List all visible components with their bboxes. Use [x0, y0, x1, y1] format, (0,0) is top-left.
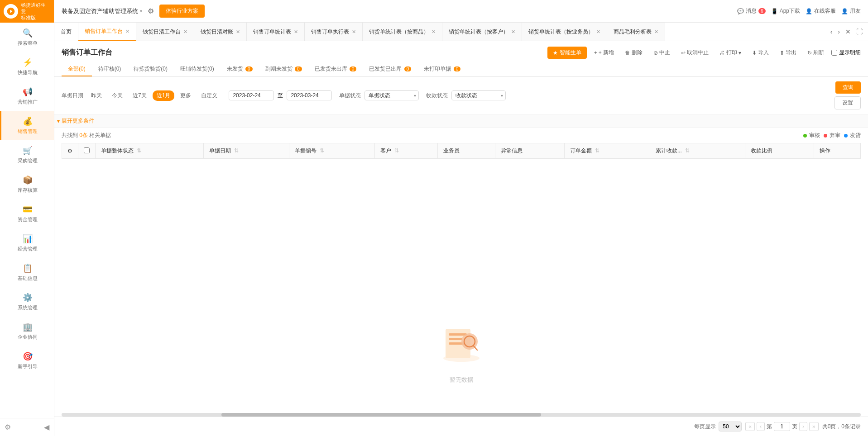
import-icon: ⬇	[752, 50, 757, 56]
import-button[interactable]: ⬇ 导入	[748, 47, 772, 58]
sidebar-item-search[interactable]: 🔍 搜索菜单	[0, 23, 54, 52]
filter-tab-pending-inspect[interactable]: 待拣货验货(0)	[127, 62, 174, 76]
date-to-input[interactable]	[287, 90, 332, 100]
filter-tab-shipped-in[interactable]: 已发货已出库 0	[363, 62, 417, 76]
page-next-btn[interactable]: ›	[799, 422, 807, 431]
filter-tab-not-shipped[interactable]: 未发货 0	[221, 62, 259, 76]
tab-product-margin-close[interactable]: ✕	[654, 29, 658, 35]
expand-conditions-btn[interactable]: ▾ 展开更多条件	[57, 117, 865, 125]
tab-cash-reconcile[interactable]: 钱货日清对账 ✕	[194, 23, 247, 41]
sort-number-icon[interactable]: ⇅	[320, 147, 324, 154]
filter-tab-shipped-not-in[interactable]: 已发货未出库 0	[308, 62, 363, 76]
cancel-stop-button[interactable]: ↩ 取消中止	[677, 47, 712, 58]
tab-cash-reconcile-close[interactable]: ✕	[236, 29, 240, 35]
ship-btn[interactable]: 发货	[844, 132, 861, 139]
gear-icon[interactable]: ⚙	[148, 7, 154, 15]
show-detail-checkbox[interactable]	[831, 50, 837, 56]
tab-sales-summary-staff-close[interactable]: ✕	[596, 29, 600, 35]
tab-sales-workbench[interactable]: 销售订单工作台 ✕	[78, 23, 136, 41]
sort-customer-icon[interactable]: ⇅	[394, 147, 399, 154]
tab-sales-summary-product-close[interactable]: ✕	[432, 29, 436, 35]
tab-sales-stat-close[interactable]: ✕	[294, 29, 298, 35]
sidebar-item-quick-nav[interactable]: ⚡ 快捷导航	[0, 52, 54, 81]
page-prev-btn[interactable]: ‹	[757, 422, 765, 431]
online-service-action[interactable]: 👤 在线客服	[806, 7, 836, 15]
show-detail-checkbox-label[interactable]: 显示明细	[831, 49, 861, 57]
audit-btn[interactable]: 审核	[803, 132, 820, 139]
sidebar-item-inventory[interactable]: 📦 库存核算	[0, 170, 54, 199]
filter-tab-not-printed[interactable]: 未打印单据 0	[417, 62, 467, 76]
sidebar-item-guide[interactable]: 🎯 新手引导	[0, 346, 54, 375]
sidebar-item-marketing[interactable]: 📢 营销推广	[0, 81, 54, 111]
industry-solution-button[interactable]: 体验行业方案	[159, 5, 205, 18]
collapse-icon[interactable]: ◀	[44, 423, 49, 431]
col-status-label: 单据整体状态	[101, 147, 134, 154]
page-first-btn[interactable]: «	[745, 422, 755, 431]
sidebar-item-basic-info[interactable]: 📋 基础信息	[0, 258, 54, 287]
sidebar-item-purchase[interactable]: 🛒 采购管理	[0, 140, 54, 170]
filter-tab-expired[interactable]: 到期未发货 0	[259, 62, 308, 76]
sidebar-item-system[interactable]: ⚙️ 系统管理	[0, 287, 54, 317]
delete-button[interactable]: 🗑 删除	[621, 47, 646, 58]
settings-bottom-icon[interactable]: ⚙	[5, 423, 11, 431]
refresh-button[interactable]: ↻ 刷新	[804, 47, 828, 58]
page-number-input[interactable]	[774, 422, 790, 431]
sort-date-icon[interactable]: ⇅	[234, 147, 239, 154]
sidebar-item-enterprise[interactable]: 🏢 企业协同	[0, 317, 54, 346]
export-button[interactable]: ⬆ 导出	[776, 47, 800, 58]
tab-home[interactable]: 首页	[54, 23, 78, 41]
tab-cash-daily-close[interactable]: ✕	[183, 29, 187, 35]
date-custom[interactable]: 自定义	[197, 90, 221, 101]
payment-select[interactable]: 收款状态	[451, 90, 506, 100]
sort-status-icon[interactable]: ⇅	[137, 147, 141, 154]
tab-sales-summary-product[interactable]: 销货单统计表（按商品） ✕	[363, 23, 442, 41]
page-size-select[interactable]: 20 50 100	[719, 422, 742, 431]
filter-tab-all[interactable]: 全部(0)	[62, 62, 92, 76]
tab-prev-btn[interactable]: ‹	[829, 26, 834, 37]
date-from-input[interactable]	[229, 90, 274, 100]
date-7days[interactable]: 近7天	[129, 90, 151, 101]
date-today[interactable]: 今天	[108, 90, 127, 101]
tab-sales-exec[interactable]: 销售订单执行表 ✕	[305, 23, 363, 41]
stop-button[interactable]: ⊘ 中止	[650, 47, 674, 58]
tab-sales-summary-staff[interactable]: 销货单统计表（按业务员） ✕	[522, 23, 607, 41]
status-select[interactable]: 单据状态	[364, 90, 419, 100]
filter-tab-pending-audit[interactable]: 待审核(0)	[92, 62, 128, 76]
tab-sales-summary-customer[interactable]: 销货单统计表（按客户） ✕	[442, 23, 522, 41]
date-1month[interactable]: 近1月	[153, 90, 175, 101]
sort-collected-icon[interactable]: ⇅	[685, 147, 690, 154]
page-last-btn[interactable]: »	[809, 422, 819, 431]
add-button[interactable]: + + 新增	[590, 47, 618, 58]
smart-create-button[interactable]: ★ 智能生单	[547, 47, 587, 59]
date-more[interactable]: 更多	[176, 90, 195, 101]
tab-maximize-btn[interactable]: ⛶	[854, 26, 864, 37]
date-yesterday[interactable]: 昨天	[87, 90, 106, 101]
sort-amount-icon[interactable]: ⇅	[595, 147, 599, 154]
tab-cash-daily[interactable]: 钱货日清工作台 ✕	[136, 23, 194, 41]
query-button[interactable]: 查询	[835, 81, 861, 94]
user-action[interactable]: 👤 用友	[841, 7, 861, 15]
sidebar-item-finance[interactable]: 💳 资金管理	[0, 199, 54, 228]
tab-sales-workbench-close[interactable]: ✕	[125, 28, 129, 34]
select-all-checkbox[interactable]	[84, 147, 90, 153]
tab-sales-summary-customer-close[interactable]: ✕	[511, 29, 515, 35]
sidebar-item-operation[interactable]: 📊 经营管理	[0, 228, 54, 258]
revoke-btn[interactable]: 弃审	[824, 132, 840, 139]
sidebar-item-label: 搜索菜单	[18, 40, 38, 47]
scrollbar-thumb[interactable]	[221, 413, 541, 417]
col-settings[interactable]: ⚙	[62, 143, 78, 159]
message-action[interactable]: 💬 消息 6	[737, 7, 766, 15]
tab-product-margin[interactable]: 商品毛利分析表 ✕	[607, 23, 665, 41]
tab-close-all-btn[interactable]: ✕	[844, 26, 853, 37]
tab-next-btn[interactable]: ›	[836, 26, 842, 37]
horizontal-scrollbar[interactable]	[54, 411, 868, 417]
app-download-action[interactable]: 📱 App下载	[771, 7, 800, 15]
filter-tab-wangpu[interactable]: 旺铺待发货(0)	[174, 62, 221, 76]
print-button[interactable]: 🖨 打印 ▾	[716, 47, 745, 58]
col-checkbox[interactable]	[78, 143, 96, 159]
tab-sales-stat[interactable]: 销售订单统计表 ✕	[247, 23, 305, 41]
setting-button[interactable]: 设置	[834, 96, 861, 109]
tab-sales-exec-close[interactable]: ✕	[352, 29, 356, 35]
system-title-dropdown[interactable]: 装备及固定资产辅助管理系统 ▾	[62, 7, 142, 15]
sidebar-item-sales[interactable]: 💰 销售管理	[0, 111, 54, 140]
